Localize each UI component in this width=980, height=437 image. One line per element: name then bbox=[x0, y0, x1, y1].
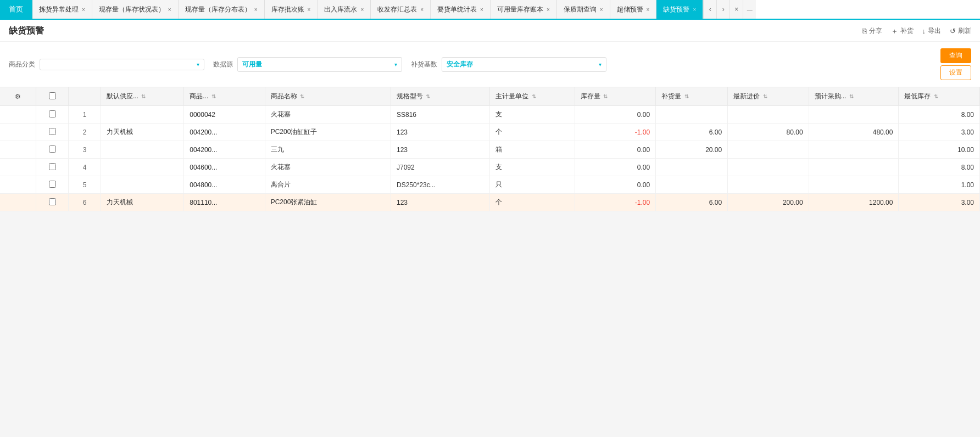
tab-overstock[interactable]: 超储预警 × bbox=[610, 0, 657, 19]
row-checkbox-cell-5 bbox=[36, 176, 69, 194]
tab-close-all[interactable]: × bbox=[730, 0, 743, 19]
share-button[interactable]: ⎘ 分享 bbox=[862, 26, 882, 36]
col-product-code[interactable]: 商品... ⇅ bbox=[184, 87, 265, 106]
replenish-button[interactable]: ＋ 补货 bbox=[891, 26, 914, 36]
tab-available-book[interactable]: 可用量库存账本 × bbox=[491, 0, 557, 19]
row-checkbox-3[interactable] bbox=[49, 145, 56, 153]
export-button[interactable]: ↓ 导出 bbox=[922, 26, 942, 36]
replenish-base-select[interactable]: 安全库存 ▾ bbox=[442, 57, 606, 72]
select-all-checkbox[interactable] bbox=[49, 92, 56, 99]
row-estimated-purchase-5 bbox=[809, 176, 899, 194]
settings-button[interactable]: 设置 bbox=[940, 65, 971, 80]
col-supplier[interactable]: 默认供应... ⇅ bbox=[101, 87, 183, 106]
refresh-button[interactable]: ↺ 刷新 bbox=[950, 26, 971, 36]
replenish-base-filter-group: 补货基数 安全库存 ▾ bbox=[411, 57, 606, 72]
query-button[interactable]: 查询 bbox=[940, 48, 971, 63]
row-checkbox-2[interactable] bbox=[49, 128, 56, 135]
tab-nav-right[interactable]: › bbox=[716, 0, 730, 19]
tab-batch-account[interactable]: 库存批次账 × bbox=[265, 0, 318, 19]
row-supplier-4 bbox=[101, 159, 183, 176]
category-select[interactable]: ▾ bbox=[40, 59, 204, 70]
tab-exception-close[interactable]: × bbox=[82, 7, 85, 13]
col-spec[interactable]: 规格型号 ⇅ bbox=[391, 87, 490, 106]
col-product-name[interactable]: 商品名称 ⇅ bbox=[265, 87, 391, 106]
row-checkbox-1[interactable] bbox=[49, 110, 56, 117]
col-inventory[interactable]: 库存量 ⇅ bbox=[575, 87, 655, 106]
col-latest-price-label: 最新进价 bbox=[733, 92, 760, 100]
tab-demand-stats[interactable]: 要货单统计表 × bbox=[431, 0, 491, 19]
tab-inout-flow-close[interactable]: × bbox=[360, 7, 364, 13]
row-estimated-purchase-6: 1200.00 bbox=[809, 194, 899, 211]
tab-batch-account-close[interactable]: × bbox=[308, 7, 311, 13]
tab-expiry-query-close[interactable]: × bbox=[600, 7, 603, 13]
row-product-name-3: 三九 bbox=[265, 141, 391, 159]
tab-home[interactable]: 首页 bbox=[0, 0, 32, 19]
col-product-name-label: 商品名称 bbox=[271, 92, 297, 100]
row-supplier-1 bbox=[101, 106, 183, 124]
replenish-base-arrow: ▾ bbox=[599, 61, 602, 68]
col-spec-label: 规格型号 bbox=[397, 92, 423, 100]
col-replenish-qty[interactable]: 补货量 ⇅ bbox=[656, 87, 728, 106]
row-checkbox-5[interactable] bbox=[49, 181, 56, 188]
row-product-code-3: 004200... bbox=[184, 141, 265, 159]
tab-exception[interactable]: 拣货异常处理 × bbox=[32, 0, 92, 19]
row-checkbox-6[interactable] bbox=[49, 198, 56, 205]
tab-inventory-dist[interactable]: 现存量（库存分布表） × bbox=[179, 0, 265, 19]
row-supplier-3 bbox=[101, 141, 183, 159]
col-gear[interactable]: ⚙ bbox=[0, 87, 36, 106]
tab-nav-left[interactable]: ‹ bbox=[703, 0, 716, 19]
tab-minimize[interactable]: — bbox=[743, 0, 756, 19]
row-num-5: 5 bbox=[68, 176, 101, 194]
col-unit[interactable]: 主计量单位 ⇅ bbox=[490, 87, 575, 106]
tab-inventory-status-close[interactable]: × bbox=[168, 7, 171, 13]
tab-overstock-close[interactable]: × bbox=[647, 7, 650, 13]
tab-inout-flow[interactable]: 出入库流水 × bbox=[318, 0, 371, 19]
col-unit-label: 主计量单位 bbox=[495, 92, 528, 100]
row-min-inventory-3: 10.00 bbox=[899, 141, 980, 159]
row-checkbox-4[interactable] bbox=[49, 163, 56, 170]
row-checkbox-cell-2 bbox=[36, 124, 69, 141]
export-label: 导出 bbox=[928, 26, 941, 36]
row-estimated-purchase-4 bbox=[809, 159, 899, 176]
row-unit-5: 只 bbox=[490, 176, 575, 194]
row-inventory-1: 0.00 bbox=[575, 106, 655, 124]
table-row: 2 力天机械 004200... PC200油缸缸子 123 个 -1.00 6… bbox=[0, 124, 980, 141]
row-unit-1: 支 bbox=[490, 106, 575, 124]
category-filter-group: 商品分类 ▾ bbox=[9, 59, 204, 70]
tab-demand-stats-close[interactable]: × bbox=[480, 7, 483, 13]
tab-inventory-status-label: 现存量（库存状况表） bbox=[99, 5, 165, 14]
product-name-sort-icon: ⇅ bbox=[300, 93, 304, 99]
tab-receipt-summary-close[interactable]: × bbox=[420, 7, 424, 13]
row-latest-price-3 bbox=[728, 141, 809, 159]
header-actions: ⎘ 分享 ＋ 补货 ↓ 导出 ↺ 刷新 bbox=[862, 26, 972, 36]
refresh-label: 刷新 bbox=[958, 26, 971, 36]
tab-inventory-dist-close[interactable]: × bbox=[254, 7, 258, 13]
row-checkbox-cell-4 bbox=[36, 159, 69, 176]
product-code-sort-icon: ⇅ bbox=[211, 93, 216, 99]
col-estimated-purchase[interactable]: 预计采购... ⇅ bbox=[809, 87, 899, 106]
tab-shortage[interactable]: 缺货预警 × bbox=[656, 0, 703, 19]
row-num-6: 6 bbox=[68, 194, 101, 211]
row-spec-2: 123 bbox=[391, 124, 490, 141]
col-min-inventory[interactable]: 最低库存 ⇅ bbox=[899, 87, 980, 106]
datasource-select[interactable]: 可用量 ▾ bbox=[237, 57, 402, 72]
row-latest-price-6: 200.00 bbox=[728, 194, 809, 211]
row-num-1: 1 bbox=[68, 106, 101, 124]
table-container: ⚙ 默认供应... ⇅ 商品... ⇅ 商品名称 bbox=[0, 87, 980, 211]
home-label: 首页 bbox=[9, 4, 23, 14]
replenish-qty-sort-icon: ⇅ bbox=[684, 93, 689, 99]
row-num-2: 2 bbox=[68, 124, 101, 141]
tab-inventory-status[interactable]: 现存量（库存状况表） × bbox=[92, 0, 179, 19]
row-num-3: 3 bbox=[68, 141, 101, 159]
col-latest-price[interactable]: 最新进价 ⇅ bbox=[728, 87, 809, 106]
gear-icon[interactable]: ⚙ bbox=[15, 93, 21, 100]
category-filter-label: 商品分类 bbox=[9, 60, 35, 69]
row-inventory-5: 0.00 bbox=[575, 176, 655, 194]
tab-receipt-summary[interactable]: 收发存汇总表 × bbox=[371, 0, 431, 19]
row-checkbox-cell-1 bbox=[36, 106, 69, 124]
tab-available-book-close[interactable]: × bbox=[547, 7, 550, 13]
tab-shortage-close[interactable]: × bbox=[693, 7, 696, 13]
tab-expiry-query[interactable]: 保质期查询 × bbox=[557, 0, 610, 19]
filter-buttons: 查询 设置 bbox=[940, 48, 971, 80]
row-replenish-qty-3: 20.00 bbox=[656, 141, 728, 159]
